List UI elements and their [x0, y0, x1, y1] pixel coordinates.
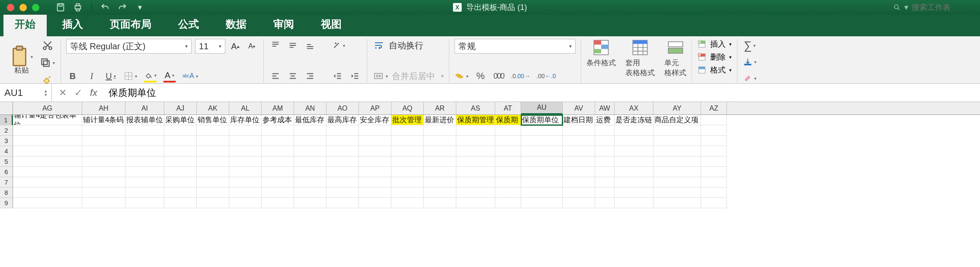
cell-AR9[interactable] — [424, 198, 456, 208]
tab-page-layout[interactable]: 页面布局 — [99, 13, 163, 36]
cell-AZ1[interactable] — [701, 115, 727, 125]
cell-AM8[interactable] — [262, 188, 294, 198]
cell-AN1[interactable]: 最低库存 — [294, 115, 327, 125]
cell-AU9[interactable] — [521, 198, 563, 208]
column-header-AX[interactable]: AX — [615, 102, 653, 114]
search-input[interactable] — [912, 3, 972, 12]
qat-customize-icon[interactable]: ▾ — [134, 2, 145, 13]
cell-AZ8[interactable] — [701, 188, 727, 198]
cell-AK4[interactable] — [197, 146, 229, 156]
cell-AX1[interactable]: 是否走冻链 — [615, 115, 653, 125]
cell-AT2[interactable] — [495, 125, 521, 136]
cell-AG2[interactable] — [13, 125, 82, 136]
wrap-text-label[interactable]: 自动换行 — [389, 40, 423, 51]
cell-AM4[interactable] — [262, 146, 294, 156]
cell-AO8[interactable] — [327, 188, 359, 198]
cell-AY5[interactable] — [653, 156, 701, 167]
cell-AO7[interactable] — [327, 177, 359, 188]
cell-AZ2[interactable] — [701, 125, 727, 136]
paste-button[interactable] — [10, 51, 33, 64]
row-header-4[interactable]: 4 — [0, 146, 13, 156]
cell-AX8[interactable] — [615, 188, 653, 198]
cell-AS3[interactable] — [456, 136, 495, 146]
tab-data[interactable]: 数据 — [215, 13, 258, 36]
cell-styles-button[interactable]: 单元 格样式 — [664, 39, 686, 78]
cell-AT6[interactable] — [495, 167, 521, 177]
row-header-3[interactable]: 3 — [0, 136, 13, 146]
cell-AH2[interactable] — [82, 125, 125, 136]
cell-AR5[interactable] — [424, 156, 456, 167]
cell-AJ2[interactable] — [164, 125, 197, 136]
row-header-8[interactable]: 8 — [0, 188, 13, 198]
increase-decimal-button[interactable]: .0.00→ — [510, 70, 531, 83]
cell-AP5[interactable] — [359, 156, 391, 167]
cell-AV1[interactable]: 建档日期 — [563, 115, 595, 125]
cell-AN3[interactable] — [294, 136, 327, 146]
cell-AP9[interactable] — [359, 198, 391, 208]
cell-AG6[interactable] — [13, 167, 82, 177]
tab-home[interactable]: 开始 — [3, 13, 47, 36]
column-header-AK[interactable]: AK — [197, 102, 229, 114]
cell-AW3[interactable] — [595, 136, 615, 146]
redo-button[interactable] — [117, 2, 128, 13]
cell-AO6[interactable] — [327, 167, 359, 177]
row-header-6[interactable]: 6 — [0, 167, 13, 177]
format-cells-button[interactable]: 格式▾ — [697, 65, 732, 75]
row-header-9[interactable]: 9 — [0, 198, 13, 208]
cell-AK9[interactable] — [197, 198, 229, 208]
cell-AZ5[interactable] — [701, 156, 727, 167]
cell-AU7[interactable] — [521, 177, 563, 188]
tab-insert[interactable]: 插入 — [51, 13, 94, 36]
merge-center-label[interactable]: 合并后居中 — [392, 70, 435, 82]
cell-AU3[interactable] — [521, 136, 563, 146]
cell-AW4[interactable] — [595, 146, 615, 156]
cell-AS1[interactable]: 保质期管理 — [456, 115, 495, 125]
cell-AN7[interactable] — [294, 177, 327, 188]
cell-AP6[interactable] — [359, 167, 391, 177]
cell-AK3[interactable] — [197, 136, 229, 146]
cell-AJ3[interactable] — [164, 136, 197, 146]
cell-AS6[interactable] — [456, 167, 495, 177]
italic-button[interactable]: I — [85, 70, 98, 83]
column-header-AY[interactable]: AY — [653, 102, 701, 114]
cell-AL2[interactable] — [229, 125, 262, 136]
font-name-combo[interactable]: 等线 Regular (正文)▾ — [66, 39, 192, 54]
cell-AM3[interactable] — [262, 136, 294, 146]
cell-AG9[interactable] — [13, 198, 82, 208]
cell-AS7[interactable] — [456, 177, 495, 188]
cell-AN5[interactable] — [294, 156, 327, 167]
cell-AS2[interactable] — [456, 125, 495, 136]
cell-AZ6[interactable] — [701, 167, 727, 177]
name-box-dropdown-icon[interactable]: ▴▾ — [45, 89, 47, 97]
fill-button[interactable] — [743, 55, 757, 68]
cell-AH5[interactable] — [82, 156, 125, 167]
cell-AW7[interactable] — [595, 177, 615, 188]
cell-AG8[interactable] — [13, 188, 82, 198]
delete-cells-button[interactable]: 删除▾ — [697, 52, 732, 62]
cell-AK1[interactable]: 销售单位 — [197, 115, 229, 125]
cell-AR8[interactable] — [424, 188, 456, 198]
number-format-combo[interactable]: 常规▾ — [455, 39, 576, 54]
increase-font-button[interactable]: A▴ — [229, 40, 242, 53]
cell-AY1[interactable]: 商品自定义项 — [653, 115, 701, 125]
cell-AI9[interactable] — [125, 198, 164, 208]
insert-cells-button[interactable]: 插入▾ — [697, 39, 732, 49]
cell-AT1[interactable]: 保质期 — [495, 115, 521, 125]
cell-AL4[interactable] — [229, 146, 262, 156]
cell-AO9[interactable] — [327, 198, 359, 208]
cell-AM9[interactable] — [262, 198, 294, 208]
minimize-window-button[interactable] — [19, 4, 27, 11]
underline-button[interactable]: U — [104, 70, 117, 83]
cell-AJ8[interactable] — [164, 188, 197, 198]
column-header-AI[interactable]: AI — [125, 102, 164, 114]
print-icon[interactable] — [72, 2, 83, 13]
cell-AS8[interactable] — [456, 188, 495, 198]
cell-AL1[interactable]: 库存单位 — [229, 115, 262, 125]
cell-AJ5[interactable] — [164, 156, 197, 167]
cell-AL5[interactable] — [229, 156, 262, 167]
column-header-AW[interactable]: AW — [595, 102, 615, 114]
cells-area[interactable]: 辅计量4是否包装单位辅计量4条码报表辅单位采购单位销售单位库存单位参考成本最低库… — [13, 115, 980, 208]
cell-AU5[interactable] — [521, 156, 563, 167]
phonetic-button[interactable]: abcA — [182, 70, 199, 83]
autosum-button[interactable]: ∑ — [743, 39, 757, 52]
